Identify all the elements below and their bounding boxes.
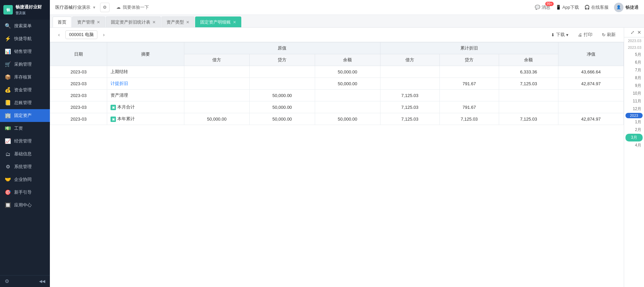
folder-icon: 🗂 [5, 151, 11, 157]
payroll-icon: 💵 [5, 125, 11, 131]
sidebar-item-label: 企业协同 [14, 177, 32, 183]
chart-icon: 📊 [5, 49, 11, 55]
cell-value: 50,000.00 [184, 113, 249, 125]
sidebar-item-label: 采购管理 [14, 61, 32, 67]
download-icon: ⬇ [551, 32, 555, 37]
table-row: 2023-03资产清理50,000.007,125.03 [50, 90, 624, 101]
sidebar-scroll: 🔍 搜索菜单 ⚡ 快捷导航 📊 销售管理 🛒 采购管理 📦 库存核算 💰 资金管… [0, 20, 50, 275]
timeline-month[interactable]: 10月 [624, 90, 644, 97]
app-download-button[interactable]: 📱 App下载 [556, 4, 579, 10]
experience-button[interactable]: ☁ 我要体验一下 [116, 4, 149, 10]
cell-value [558, 90, 624, 101]
collapse-icon[interactable]: ◀◀ [39, 279, 45, 284]
message-icon: 💬 [535, 5, 540, 10]
message-badge: 99+ [545, 2, 554, 6]
cell-value [380, 78, 439, 90]
company-settings-button[interactable]: ⚙ [100, 3, 110, 12]
cell-value: 50,000.00 [315, 113, 380, 125]
timeline-month[interactable]: 8月 [624, 74, 644, 82]
col-group-yuanzhi: 原值 [184, 42, 380, 54]
tab-depreciation[interactable]: 固定资产折旧统计表 ✕ [106, 17, 161, 27]
sidebar-item-label: 库存核算 [14, 74, 32, 80]
refresh-label: 刷新 [607, 32, 616, 38]
refresh-button[interactable]: ↻ 刷新 [599, 30, 618, 39]
sidebar-item-collab[interactable]: 🤝 企业协同 [0, 173, 50, 186]
app-download-label: App下载 [562, 4, 579, 10]
sidebar-item-label: 新手引导 [14, 189, 32, 195]
timeline-month[interactable]: 5月 [624, 51, 644, 59]
expand-icon[interactable]: ⤢ [631, 30, 635, 35]
sidebar-item-basic[interactable]: 🗂 基础信息 [0, 148, 50, 160]
sidebar-item-funds[interactable]: 💰 资金管理 [0, 84, 50, 96]
timeline-month[interactable]: 4月 [624, 141, 644, 149]
sidebar-item-payroll[interactable]: 💵 工资 [0, 122, 50, 135]
download-button[interactable]: ⬇ 下载 ▾ [548, 30, 571, 39]
cell-value [184, 78, 249, 90]
sidebar: 畅 畅捷通好业财 普及版 🔍 搜索菜单 ⚡ 快捷导航 📊 销售管理 🛒 采购管理… [0, 0, 50, 287]
sidebar-item-purchase[interactable]: 🛒 采购管理 [0, 58, 50, 71]
tab-close-icon[interactable]: ✕ [233, 20, 236, 25]
tab-home[interactable]: 首页 [53, 17, 71, 27]
sidebar-item-ledger[interactable]: 📒 总账管理 [0, 96, 50, 109]
cell-value: 7,125.03 [499, 78, 558, 90]
cell-value [558, 101, 624, 113]
timeline-month[interactable]: 1月 [624, 118, 644, 126]
apps-icon: 🔲 [5, 202, 11, 208]
cell-value [315, 90, 380, 101]
guide-icon: 🎯 [5, 189, 11, 195]
customer-service-button[interactable]: 🎧 在线客服 [584, 4, 609, 10]
sidebar-item-label: 经营管理 [14, 138, 32, 144]
tab-asset-mgmt[interactable]: 资产管理 ✕ [72, 17, 105, 27]
user-menu[interactable]: 👤 畅捷通 [614, 3, 639, 12]
cell-value: 6,333.36 [499, 66, 558, 78]
tab-label: 固定资产折旧统计表 [111, 19, 150, 25]
tab-close-icon[interactable]: ✕ [97, 20, 100, 25]
timeline-month[interactable]: 9月 [624, 82, 644, 90]
print-button[interactable]: 🖨 打印 [575, 30, 595, 39]
cell-desc: ▣本年累计 [107, 113, 184, 125]
sidebar-item-sales[interactable]: 📊 销售管理 [0, 45, 50, 58]
timeline-month-active[interactable]: 3月 [625, 134, 643, 141]
cell-desc: 资产清理 [107, 90, 184, 101]
cell-value: 50,000.00 [249, 113, 315, 125]
col-yuanzhi-credit: 贷方 [249, 54, 315, 66]
timeline-month[interactable]: 12月 [624, 105, 644, 113]
close-icon[interactable]: ✕ [637, 30, 641, 35]
cell-value: 7,125.03 [380, 113, 439, 125]
tab-close-icon[interactable]: ✕ [186, 20, 189, 25]
company-selector[interactable]: 医疗器械行业演示 ▼ [55, 4, 96, 10]
prev-button[interactable]: ‹ [55, 31, 63, 38]
settings-icon[interactable]: ⚙ [5, 278, 9, 284]
right-panel: ⤢ ✕ 2023.032023.035月6月7月8月9月10月11月12月202… [624, 28, 644, 287]
sidebar-item-guide[interactable]: 🎯 新手引导 [0, 186, 50, 199]
sidebar-item-quicknav[interactable]: ⚡ 快捷导航 [0, 32, 50, 45]
sidebar-item-apps[interactable]: 🔲 应用中心 [0, 199, 50, 212]
box-icon: 📦 [5, 74, 11, 80]
timeline-month[interactable]: 6月 [624, 59, 644, 66]
timeline-month[interactable]: 7月 [624, 66, 644, 74]
customer-service-label: 在线客服 [591, 4, 609, 10]
sidebar-item-label: 总账管理 [14, 100, 32, 106]
sidebar-item-label: 固定资产 [14, 113, 32, 119]
tab-asset-type[interactable]: 资产类型 ✕ [161, 17, 194, 27]
cell-date: 2023-03 [50, 101, 107, 113]
tab-label: 资产类型 [166, 19, 184, 25]
sidebar-item-fixed[interactable]: 🏢 固定资产 [0, 109, 50, 122]
tab-asset-detail[interactable]: 固定资产明细账 ✕ [195, 17, 241, 27]
timeline-month[interactable]: 11月 [624, 97, 644, 105]
experience-label: 我要体验一下 [123, 4, 149, 10]
table-row: 2023-03▣本年累计50,000.0050,000.0050,000.007… [50, 113, 624, 125]
cell-date: 2023-03 [50, 66, 107, 78]
tag-icon: ▣ [111, 105, 116, 110]
sidebar-item-system[interactable]: ⚙ 系统管理 [0, 160, 50, 173]
sidebar-item-inventory[interactable]: 📦 库存核算 [0, 71, 50, 84]
timeline-month[interactable]: 2月 [624, 126, 644, 134]
messages-button[interactable]: 💬 消息 99+ [535, 4, 550, 10]
building-icon: 🏢 [5, 113, 11, 119]
sidebar-item-ops[interactable]: 📈 经营管理 [0, 135, 50, 148]
sidebar-item-search[interactable]: 🔍 搜索菜单 [0, 20, 50, 32]
timeline-list: 2023.032023.035月6月7月8月9月10月11月12月20231月2… [624, 37, 644, 287]
collab-icon: 🤝 [5, 177, 11, 183]
tab-close-icon[interactable]: ✕ [152, 20, 156, 25]
next-button[interactable]: › [100, 31, 108, 38]
